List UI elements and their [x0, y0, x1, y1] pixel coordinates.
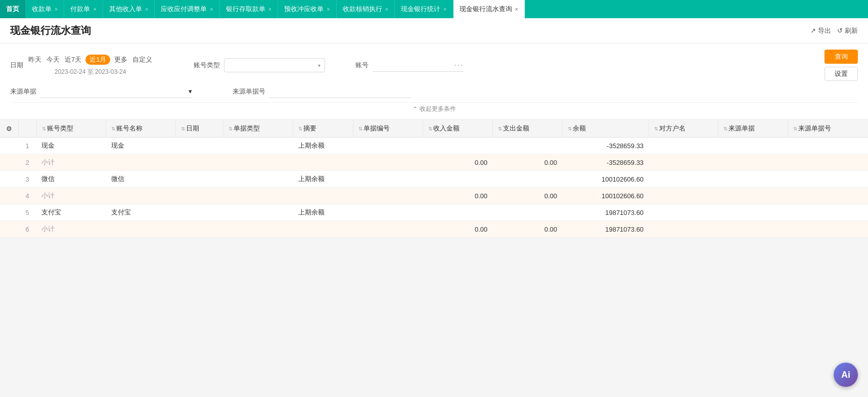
source-doc-select[interactable]: ▾: [40, 85, 192, 98]
query-button[interactable]: 查询: [825, 50, 858, 64]
sort-icon-source_doc[interactable]: ⇅: [723, 126, 727, 131]
col-header-doc_type: ⇅单据类型: [223, 120, 293, 138]
nav-tab-label: 现金银行统计: [401, 5, 440, 14]
date-shortcut-今天[interactable]: 今天: [45, 55, 61, 64]
nav-tab-bank-stats[interactable]: 现金银行统计×: [395, 0, 453, 18]
settings-button[interactable]: 设置: [825, 67, 858, 81]
col-header-gear[interactable]: ⚙: [0, 120, 18, 138]
cell-counterpart: [649, 171, 718, 188]
nav-tab-bank-flow[interactable]: 现金银行流水查询×: [453, 0, 525, 18]
cell-doc_type: [223, 204, 293, 221]
table-container: ⚙⇅账号类型⇅账号名称⇅日期⇅单据类型⇅摘要⇅单据编号⇅收入金额⇅支出金额⇅余额…: [0, 120, 868, 238]
cell-income: [423, 204, 493, 221]
tab-close-icon[interactable]: ×: [268, 6, 271, 12]
cell-income: 0.00: [423, 221, 493, 238]
cell-source_doc_no: [788, 221, 868, 238]
tab-close-icon[interactable]: ×: [443, 6, 446, 12]
nav-tab-receipt[interactable]: 收款单×: [26, 0, 64, 18]
source-doc-no-input[interactable]: [269, 85, 411, 98]
account-dots-button[interactable]: ···: [454, 61, 464, 70]
cell-expense: 0.00: [492, 154, 562, 171]
date-shortcut-更多[interactable]: 更多: [113, 55, 128, 64]
date-shortcut-自定义[interactable]: 自定义: [131, 55, 153, 64]
filter-row-2: 来源单据 ▾ 来源单据号: [10, 85, 858, 98]
tab-close-icon[interactable]: ×: [327, 6, 330, 12]
date-shortcut-近7天[interactable]: 近7天: [64, 55, 82, 64]
sort-icon-counterpart[interactable]: ⇅: [654, 126, 658, 131]
refresh-button[interactable]: ↺ 刷新: [837, 26, 858, 35]
tab-close-icon[interactable]: ×: [55, 6, 58, 12]
cell-gear: [0, 171, 18, 188]
table-row: 3微信微信上期余额100102606.60: [0, 171, 868, 188]
sort-icon-account_name[interactable]: ⇅: [111, 126, 115, 131]
tab-close-icon[interactable]: ×: [145, 6, 148, 12]
page-title: 现金银行流水查询: [10, 24, 91, 37]
date-shortcut-近1月[interactable]: 近1月: [85, 55, 110, 65]
date-filter: 日期 昨天今天近7天近1月更多自定义 2023-02-24 至 2023-03-…: [10, 55, 153, 76]
nav-tab-other-income[interactable]: 其他收入单×: [103, 0, 155, 18]
cell-summary: 上期余额: [293, 138, 353, 154]
date-range-group: 昨天今天近7天近1月更多自定义 2023-02-24 至 2023-03-24: [27, 55, 153, 76]
table-row: 1现金现金上期余额-3528659.33: [0, 138, 868, 154]
sort-icon-summary[interactable]: ⇅: [298, 126, 302, 131]
col-header-date: ⇅日期: [175, 120, 223, 138]
cell-doc_type: [223, 221, 293, 238]
cell-source_doc_no: [788, 204, 868, 221]
cell-expense: [492, 204, 562, 221]
cell-source_doc_no: [788, 188, 868, 204]
collapse-button[interactable]: ⌃ 收起更多条件: [413, 105, 456, 113]
nav-tab-label: 预收冲应收单: [284, 5, 324, 14]
sort-icon-doc_type[interactable]: ⇅: [229, 126, 233, 131]
sort-icon-source_doc_no[interactable]: ⇅: [793, 126, 797, 131]
nav-tab-bank-deposit[interactable]: 银行存取款单×: [220, 0, 278, 18]
export-button[interactable]: ↗ 导出: [810, 26, 831, 35]
cell-account_name: 现金: [106, 138, 176, 154]
account-type-select[interactable]: ▾: [224, 58, 325, 72]
cell-account_type: 小计: [36, 154, 106, 171]
cell-balance: -3528659.33: [562, 138, 649, 154]
tab-close-icon[interactable]: ×: [93, 6, 96, 12]
sort-icon-doc_no[interactable]: ⇅: [358, 126, 362, 131]
cell-summary: [293, 188, 353, 204]
cell-date: [175, 138, 223, 154]
cell-counterpart: [649, 138, 718, 154]
nav-tab-label: 银行存取款单: [226, 5, 265, 14]
col-header-source_doc_no: ⇅来源单据号: [788, 120, 868, 138]
cell-expense: [492, 138, 562, 154]
nav-tab-payment[interactable]: 付款单×: [64, 0, 103, 18]
cell-expense: 0.00: [492, 221, 562, 238]
sort-icon-income[interactable]: ⇅: [428, 126, 432, 131]
cell-seq: 6: [18, 221, 36, 238]
col-header-account_name: ⇅账号名称: [106, 120, 176, 138]
sort-icon-expense[interactable]: ⇅: [498, 126, 502, 131]
cell-gear: [0, 154, 18, 171]
col-header-summary: ⇅摘要: [293, 120, 353, 138]
cell-doc_type: [223, 188, 293, 204]
nav-tab-prepayment[interactable]: 预收冲应收单×: [278, 0, 336, 18]
nav-tab-ap-adjust[interactable]: 应收应付调整单×: [155, 0, 219, 18]
sort-icon-date[interactable]: ⇅: [181, 126, 185, 131]
cell-date: [175, 188, 223, 204]
cell-seq: 2: [18, 154, 36, 171]
date-shortcut-昨天[interactable]: 昨天: [27, 55, 42, 64]
tab-close-icon[interactable]: ×: [210, 6, 213, 12]
nav-tab-collection-exec[interactable]: 收款核销执行×: [337, 0, 395, 18]
cell-source_doc: [718, 171, 788, 188]
nav-tab-label: 付款单: [70, 5, 90, 14]
sort-icon-balance[interactable]: ⇅: [568, 126, 572, 131]
cell-date: [175, 171, 223, 188]
sort-icon-account_type[interactable]: ⇅: [42, 126, 46, 131]
table-body: 1现金现金上期余额-3528659.332小计0.000.00-3528659.…: [0, 138, 868, 238]
account-filter: 账号 ···: [355, 59, 464, 72]
cell-balance: 19871073.60: [562, 221, 649, 238]
cell-gear: [0, 138, 18, 154]
cell-account_type: 小计: [36, 221, 106, 238]
cell-account_type: 支付宝: [36, 204, 106, 221]
cell-income: [423, 171, 493, 188]
tab-close-icon[interactable]: ×: [515, 6, 518, 12]
tab-close-icon[interactable]: ×: [385, 6, 388, 12]
cell-expense: 0.00: [492, 188, 562, 204]
nav-tab-home[interactable]: 首页: [0, 0, 26, 18]
top-nav: 首页收款单×付款单×其他收入单×应收应付调整单×银行存取款单×预收冲应收单×收款…: [0, 0, 868, 18]
refresh-label: 刷新: [845, 26, 858, 35]
